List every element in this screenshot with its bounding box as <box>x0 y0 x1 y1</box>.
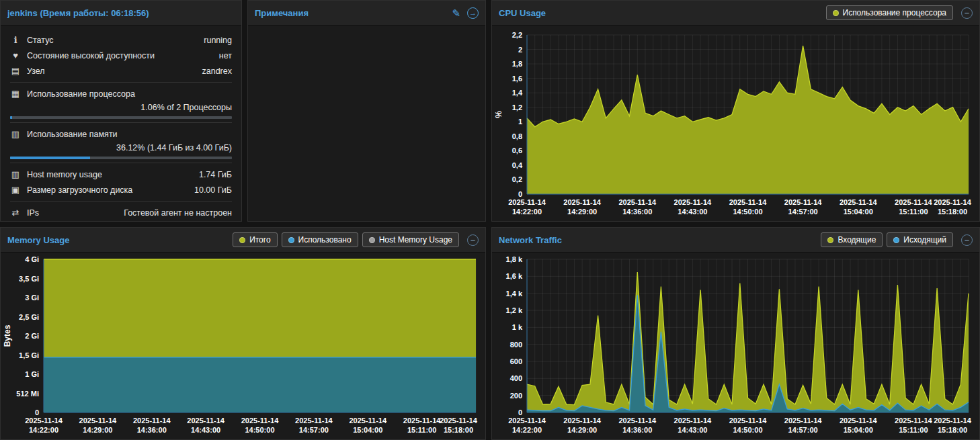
notes-panel-body[interactable] <box>248 26 485 221</box>
svg-text:600: 600 <box>510 357 522 365</box>
network-chart-title: Network Traffic <box>499 235 562 245</box>
host-memory-label: Host memory usage <box>27 170 193 179</box>
notes-panel-header: Примечания ✎ → <box>248 1 485 26</box>
legend-item[interactable]: Использование процессора <box>826 5 954 20</box>
svg-text:2025-11-14: 2025-11-14 <box>295 416 333 425</box>
divider <box>10 82 232 83</box>
svg-text:1,5 Gi: 1,5 Gi <box>19 351 39 359</box>
legend-item[interactable]: Входящие <box>821 232 883 247</box>
legend-label: Host Memory Usage <box>379 235 452 245</box>
svg-text:14:29:00: 14:29:00 <box>567 208 597 216</box>
svg-text:1,6: 1,6 <box>512 75 522 83</box>
status-panel-header: jenkins (Время работы: 06:18:56) <box>1 1 241 26</box>
memory-icon: ▥ <box>10 129 21 139</box>
collapse-panel-icon[interactable]: − <box>961 7 973 19</box>
svg-text:2025-11-14: 2025-11-14 <box>934 416 972 425</box>
svg-text:14:50:00: 14:50:00 <box>733 426 762 434</box>
svg-text:14:50:00: 14:50:00 <box>733 208 762 216</box>
bootdisk-row: ▣ Размер загрузочного диска 10.00 ГиБ <box>10 182 232 197</box>
status-panel: jenkins (Время работы: 06:18:56) ℹ Стату… <box>0 0 242 222</box>
legend-label: Использовано <box>298 235 352 245</box>
memory-chart-header: Memory Usage ИтогоИспользованоHost Memor… <box>1 228 485 253</box>
svg-text:15:11:00: 15:11:00 <box>407 426 436 434</box>
svg-text:512 Mi: 512 Mi <box>16 390 39 398</box>
svg-text:15:04:00: 15:04:00 <box>844 426 873 434</box>
legend-dot <box>833 10 839 16</box>
cpu-icon: ▦ <box>10 89 21 99</box>
info-icon: ℹ <box>10 35 21 45</box>
legend-dot <box>369 237 375 243</box>
legend-item[interactable]: Использовано <box>282 232 358 247</box>
legend-item[interactable]: Host Memory Usage <box>362 232 459 247</box>
status-row-ha: ♥ Состояние высокой доступности нет <box>10 48 232 63</box>
svg-text:2025-11-14: 2025-11-14 <box>840 416 878 425</box>
svg-text:2025-11-14: 2025-11-14 <box>25 416 63 425</box>
heartbeat-icon: ♥ <box>10 50 21 60</box>
svg-text:2025-11-14: 2025-11-14 <box>563 198 602 206</box>
legend-item[interactable]: Итого <box>233 232 277 247</box>
svg-text:2025-11-14: 2025-11-14 <box>784 416 823 425</box>
cpu-chart-header: CPU Usage Использование процессора − <box>492 1 979 26</box>
legend-item[interactable]: Исходящий <box>887 232 953 247</box>
dashboard: jenkins (Время работы: 06:18:56) ℹ Стату… <box>0 0 980 440</box>
svg-text:14:36:00: 14:36:00 <box>137 426 167 434</box>
svg-text:200: 200 <box>510 392 522 400</box>
bootdisk-label: Размер загрузочного диска <box>27 185 188 195</box>
svg-text:2025-11-14: 2025-11-14 <box>508 416 546 425</box>
svg-text:15:18:00: 15:18:00 <box>938 208 967 216</box>
svg-text:%: % <box>494 111 503 118</box>
svg-text:14:43:00: 14:43:00 <box>678 208 707 216</box>
cpu-usage-value: 1.06% of 2 Процессоры <box>10 101 232 114</box>
svg-text:1 k: 1 k <box>512 323 523 331</box>
memory-usage-progress-fill <box>10 157 90 159</box>
svg-text:1,4: 1,4 <box>512 89 523 97</box>
divider <box>10 201 232 202</box>
svg-text:2025-11-14: 2025-11-14 <box>241 416 280 425</box>
svg-text:2,2: 2,2 <box>512 31 522 39</box>
svg-text:2025-11-14: 2025-11-14 <box>440 416 478 425</box>
svg-text:2025-11-14: 2025-11-14 <box>674 416 712 425</box>
cpu-usage-progress-fill <box>10 116 12 119</box>
svg-text:1,8 k: 1,8 k <box>506 255 523 263</box>
svg-text:14:22:00: 14:22:00 <box>512 426 542 434</box>
svg-text:0,6: 0,6 <box>512 146 522 155</box>
svg-text:15:11:00: 15:11:00 <box>899 208 928 216</box>
network-chart-legend: ВходящиеИсходящий <box>821 232 953 247</box>
legend-dot <box>288 237 294 243</box>
status-row-node: ▤ Узел zandrex <box>10 63 232 79</box>
collapse-panel-icon[interactable]: − <box>961 234 973 246</box>
memory-icon: ▥ <box>10 169 21 179</box>
svg-text:2025-11-14: 2025-11-14 <box>563 416 602 425</box>
open-notes-icon[interactable]: → <box>467 7 479 19</box>
edit-note-icon[interactable]: ✎ <box>452 8 460 18</box>
svg-text:15:11:00: 15:11:00 <box>899 426 928 434</box>
svg-text:2025-11-14: 2025-11-14 <box>403 416 442 425</box>
legend-dot <box>239 237 245 243</box>
svg-text:2025-11-14: 2025-11-14 <box>133 416 171 425</box>
svg-text:2,5 Gi: 2,5 Gi <box>19 313 39 321</box>
svg-text:2 Gi: 2 Gi <box>25 332 39 340</box>
memory-chart-title: Memory Usage <box>7 235 69 245</box>
legend-label: Итого <box>249 235 270 245</box>
ips-icon: ⇄ <box>10 208 21 218</box>
svg-text:14:50:00: 14:50:00 <box>245 426 274 434</box>
svg-text:2025-11-14: 2025-11-14 <box>840 198 878 206</box>
svg-text:2025-11-14: 2025-11-14 <box>895 416 933 425</box>
legend-dot <box>827 237 833 243</box>
legend-label: Исходящий <box>903 235 946 245</box>
svg-text:14:29:00: 14:29:00 <box>83 426 112 434</box>
collapse-panel-icon[interactable]: − <box>467 234 479 246</box>
node-value: zandrex <box>202 67 232 76</box>
svg-text:2025-11-14: 2025-11-14 <box>784 198 823 206</box>
svg-text:0,4: 0,4 <box>512 161 523 169</box>
svg-text:1,6 k: 1,6 k <box>506 272 523 280</box>
svg-text:14:43:00: 14:43:00 <box>191 426 220 434</box>
svg-text:800: 800 <box>510 341 522 349</box>
svg-text:14:57:00: 14:57:00 <box>788 208 818 216</box>
cpu-chart-panel: CPU Usage Использование процессора − 00,… <box>491 0 980 222</box>
svg-text:2025-11-14: 2025-11-14 <box>895 198 933 206</box>
network-chart-header: Network Traffic ВходящиеИсходящий − <box>492 228 979 253</box>
node-label: Узел <box>27 67 196 76</box>
svg-text:2025-11-14: 2025-11-14 <box>618 198 657 206</box>
disk-icon: ▣ <box>10 185 21 195</box>
